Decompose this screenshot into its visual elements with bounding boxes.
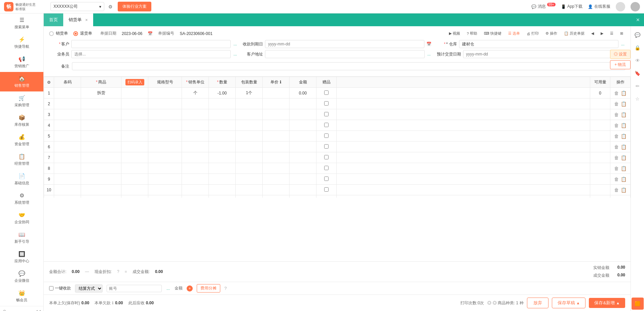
sidebar-collapse-icon[interactable]: ◀◀	[35, 309, 41, 311]
one-click-checkbox[interactable]	[49, 286, 53, 290]
row-amount-1[interactable]: 0.00	[290, 88, 316, 99]
row-spec-1[interactable]	[148, 88, 182, 99]
sidebar-item-basic[interactable]: 📄 基础信息	[0, 169, 43, 189]
company-selector[interactable]: XXXXXX公司 ▾	[50, 2, 104, 11]
copy-icon[interactable]: 📋	[621, 112, 627, 117]
product-type-icon[interactable]: ◎	[487, 301, 491, 305]
sidebar-item-purchase[interactable]: 🛒 采购管理	[0, 91, 43, 111]
payment-help-icon[interactable]: ?	[224, 286, 227, 291]
copy-icon[interactable]: 📋	[621, 166, 627, 171]
row-barcode-1[interactable]	[54, 88, 81, 99]
tab-close-icon[interactable]: ✕	[85, 18, 88, 22]
tab-close-all[interactable]: ✕	[636, 17, 644, 23]
scan-button[interactable]: 扫码录入	[125, 79, 144, 85]
delete-icon[interactable]: 🗑	[614, 155, 619, 160]
delete-icon[interactable]: 🗑	[614, 187, 619, 193]
row-price-1[interactable]	[263, 88, 290, 99]
delete-icon[interactable]: 🗑	[614, 112, 619, 117]
calc-method-select[interactable]: 结算方式	[75, 284, 103, 293]
tab-home[interactable]: 首页	[44, 13, 63, 26]
row-qty-1[interactable]: -1.00	[209, 88, 236, 99]
sidebar-item-quick-nav[interactable]: ⚡ 快捷导航	[0, 33, 43, 52]
operation-btn[interactable]: ⚙ 操作	[543, 30, 559, 37]
view1-btn[interactable]: ☰	[608, 31, 615, 36]
trial-button[interactable]: 体验行业方案	[118, 2, 151, 11]
sidebar-item-marketing[interactable]: 📢 营销推广	[0, 52, 43, 72]
help-btn[interactable]: ? 帮助	[465, 30, 479, 37]
avatar[interactable]	[616, 2, 625, 11]
due-date-input[interactable]	[265, 40, 424, 48]
sidebar-item-wechat[interactable]: 💬 企业微信	[0, 267, 43, 286]
row-product-1[interactable]: 拆货	[81, 88, 121, 99]
radio-return[interactable]: 退货单	[73, 31, 92, 36]
sidebar-item-search[interactable]: ☰ 搜索菜单	[0, 13, 43, 33]
warehouse-input[interactable]	[459, 40, 618, 48]
row-gift-1[interactable]	[316, 88, 337, 99]
remarks-input[interactable]	[72, 62, 625, 70]
warehouse-dots[interactable]: ...	[620, 42, 625, 46]
delete-icon[interactable]: 🗑	[614, 166, 619, 171]
delete-icon[interactable]: 🗑	[614, 133, 619, 139]
app-download-btn[interactable]: 📱 App下载	[561, 4, 582, 9]
th-settings[interactable]: ⚙	[44, 77, 54, 88]
sidebar-item-operations[interactable]: 📋 经营管理	[0, 150, 43, 169]
discard-button[interactable]: 放弃	[527, 298, 548, 308]
select-btn[interactable]: ☰ 选单	[506, 30, 522, 37]
online-service-btn[interactable]: 👤 在线客服	[588, 4, 610, 9]
copy-icon[interactable]: 📋	[621, 177, 627, 182]
nav-next-btn[interactable]: ▶	[599, 31, 605, 36]
print-btn[interactable]: 🖨 打印	[525, 30, 541, 37]
row-pack-1[interactable]: 1个	[236, 88, 263, 99]
radio-sales[interactable]: 销货单	[49, 31, 68, 36]
form-settings-btn[interactable]: ◎ 设置	[610, 50, 631, 59]
delete-icon[interactable]: 🗑	[614, 177, 619, 182]
delete-icon-1[interactable]: 🗑	[614, 90, 619, 96]
delete-icon[interactable]: 🗑	[614, 144, 619, 150]
sidebar-item-guide[interactable]: 📖 新手引导	[0, 228, 43, 247]
salesperson-dots[interactable]: ...	[233, 52, 237, 56]
sidebar-item-finance[interactable]: 💰 资金管理	[0, 130, 43, 150]
account-input[interactable]	[107, 285, 162, 292]
address-dots[interactable]: ...	[427, 52, 431, 56]
salesperson-input[interactable]	[71, 50, 231, 58]
sidebar-item-appstore[interactable]: 🔲 应用中心	[0, 247, 43, 267]
save-draft-button[interactable]: 保存草稿 ▲	[552, 298, 586, 308]
copy-icon[interactable]: 📋	[621, 187, 627, 193]
calendar-icon[interactable]: 📅	[148, 31, 153, 36]
right-panel-pencil[interactable]: ✏	[632, 80, 644, 92]
tab-sales-order[interactable]: 销货单 ✕	[63, 13, 93, 26]
help-icon[interactable]: ?	[117, 269, 119, 274]
address-input[interactable]	[265, 50, 424, 58]
arrears-info-icon[interactable]: ℹ	[112, 301, 114, 305]
right-panel-bottom-action[interactable]: 🟧	[632, 298, 644, 310]
sidebar-item-cooperation[interactable]: 🤝 企业协同	[0, 208, 43, 228]
video-btn[interactable]: ▶ 视频	[447, 30, 462, 37]
view2-btn[interactable]: ⊞	[618, 31, 625, 36]
sidebar-item-sales[interactable]: 🏠 销售管理	[0, 72, 43, 91]
right-panel-lock[interactable]: 🔒	[632, 42, 644, 54]
avatar2[interactable]	[631, 2, 640, 11]
copy-icon[interactable]: 📋	[621, 101, 627, 107]
right-panel-star[interactable]: ☆	[632, 93, 644, 105]
row-unit-1[interactable]: 个	[182, 88, 209, 99]
settings-icon[interactable]: ⚙	[106, 2, 115, 11]
due-date-calendar-icon[interactable]: 📅	[426, 42, 431, 46]
customer-dots[interactable]: ...	[233, 42, 237, 46]
right-panel-messages[interactable]: 💬	[632, 29, 644, 41]
delete-icon[interactable]: 🗑	[614, 123, 619, 128]
expected-delivery-input[interactable]	[463, 50, 618, 58]
copy-icon[interactable]: 📋	[621, 133, 627, 139]
sidebar-item-inventory[interactable]: 📦 库存核算	[0, 111, 43, 130]
copy-icon[interactable]: 📋	[621, 123, 627, 128]
nav-prev-btn[interactable]: ◀	[589, 31, 596, 36]
gift-checkbox-1[interactable]	[324, 90, 329, 95]
right-panel-eye[interactable]: 👁	[632, 54, 644, 67]
sidebar-item-system[interactable]: ⚙ 系统管理	[0, 189, 43, 208]
account-dots[interactable]: ...	[166, 286, 171, 291]
delete-icon[interactable]: 🗑	[614, 101, 619, 107]
history-btn[interactable]: 📋 历史单据	[562, 30, 586, 37]
right-panel-bookmark[interactable]: 🔖	[632, 67, 644, 79]
expense-btn[interactable]: 费用分摊	[197, 284, 220, 293]
customer-input[interactable]	[71, 40, 231, 48]
copy-icon[interactable]: 📋	[621, 144, 627, 150]
